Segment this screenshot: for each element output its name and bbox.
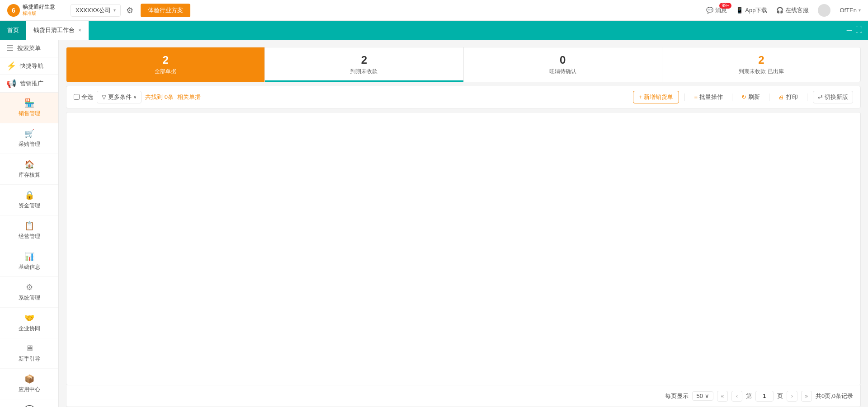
minimize-window-icon[interactable]: ─ xyxy=(847,26,852,34)
chevron-down-icon: ▾ xyxy=(113,8,116,13)
main-layout: ☰ 搜索菜单 ⚡ 快捷导航 📢 营销推广 🏪 销售管理 🛒 采购管理 🏠 库存核… xyxy=(0,40,868,407)
toolbar-left: 全选 ▽ 更多条件 ∨ 共找到 0条 相关单据 xyxy=(74,91,627,103)
inventory-icon: 🏠 xyxy=(24,159,34,169)
basic-icon: 📊 xyxy=(24,252,34,262)
page-first-button[interactable]: « xyxy=(717,391,728,402)
batch-ops-button[interactable]: ≡ 批量操作 xyxy=(690,91,726,103)
sidebar-item-system[interactable]: ⚙ 系统管理 xyxy=(0,277,58,308)
select-all-checkbox[interactable] xyxy=(74,94,80,100)
sidebar-item-finance[interactable]: 🔒 资金管理 xyxy=(0,185,58,215)
sidebar-item-operations[interactable]: 📋 经营管理 xyxy=(0,215,58,246)
message-button[interactable]: 💬 消息 99+ xyxy=(706,6,727,14)
stats-cards: 2 全部单据 2 到期未收款 0 旺辅待确认 2 到期未收款 已出库 xyxy=(66,47,861,82)
stat-pending-confirm[interactable]: 0 旺辅待确认 xyxy=(464,47,662,82)
sidebar-item-sales[interactable]: 🏪 销售管理 xyxy=(0,93,58,123)
message-icon: 💬 xyxy=(706,7,713,14)
search-label: 搜索菜单 xyxy=(17,44,41,52)
app-download-button[interactable]: 📱 App下载 xyxy=(736,6,767,14)
company-selector[interactable]: XXXXXX公司 ▾ xyxy=(71,4,121,17)
refresh-icon: ↻ xyxy=(741,94,746,100)
quicknav-icon: ⚡ xyxy=(6,61,16,71)
stat-overdue-unpaid[interactable]: 2 到期未收款 xyxy=(265,47,463,82)
filter-icon: ▽ xyxy=(102,94,106,100)
pending-confirm-label: 旺辅待确认 xyxy=(473,68,653,75)
purchase-label: 采购管理 xyxy=(19,140,40,148)
appcenter-label: 应用中心 xyxy=(19,386,40,393)
stat-all-orders[interactable]: 2 全部单据 xyxy=(66,47,265,82)
enterprise-label: 企业协同 xyxy=(19,325,40,332)
sidebar-item-basic[interactable]: 📊 基础信息 xyxy=(0,246,58,277)
sidebar-item-marketing[interactable]: 📢 营销推广 xyxy=(0,75,58,93)
per-page-label: 每页显示 xyxy=(665,392,689,400)
wechat-icon: 💬 xyxy=(24,405,34,407)
enterprise-icon: 🤝 xyxy=(24,313,34,323)
purchase-icon: 🛒 xyxy=(24,129,34,139)
sidebar-item-search[interactable]: ☰ 搜索菜单 xyxy=(0,40,58,57)
download-icon: 📱 xyxy=(736,7,743,14)
guide-icon: 🖥 xyxy=(25,344,33,353)
print-button[interactable]: 🖨 打印 xyxy=(775,91,802,103)
more-filter-button[interactable]: ▽ 更多条件 ∨ xyxy=(97,91,142,103)
page-number-input[interactable] xyxy=(755,391,774,402)
sidebar-item-inventory[interactable]: 🏠 库存核算 xyxy=(0,154,58,185)
tab-home[interactable]: 首页 xyxy=(0,21,26,40)
online-service-button[interactable]: 🎧 在线客服 xyxy=(776,6,809,14)
switch-icon: ⇄ xyxy=(818,94,823,100)
divider-2 xyxy=(732,94,732,101)
content-area: 2 全部单据 2 到期未收款 0 旺辅待确认 2 到期未收款 已出库 xyxy=(59,40,868,407)
username-area[interactable]: OfTEn ▾ xyxy=(840,7,861,14)
switch-version-button[interactable]: ⇄ 切换新版 xyxy=(813,91,853,103)
page-next-button[interactable]: › xyxy=(787,391,797,402)
tab-actions: ─ ⛶ xyxy=(841,21,868,40)
finance-label: 资金管理 xyxy=(19,202,40,210)
sidebar-item-enterprise[interactable]: 🤝 企业协同 xyxy=(0,308,58,338)
close-tab-icon[interactable]: × xyxy=(78,27,81,33)
overdue-unpaid-number: 2 xyxy=(274,54,454,67)
username-label: OfTEn xyxy=(840,7,857,14)
toolbar: 全选 ▽ 更多条件 ∨ 共找到 0条 相关单据 + 新增销货单 ≡ 批量操作 xyxy=(66,86,861,108)
per-page-chevron-icon: ∨ xyxy=(705,393,709,399)
avatar[interactable] xyxy=(818,4,830,17)
per-page-select[interactable]: 50 ∨ xyxy=(692,391,713,401)
settings-button[interactable]: ⚙ xyxy=(124,4,135,17)
overdue-not-shipped-label: 到期未收款 已出库 xyxy=(671,68,851,75)
basic-label: 基础信息 xyxy=(19,263,40,271)
nav-tabs: 首页 钱货日清工作台 × ─ ⛶ xyxy=(0,21,868,40)
tab-cash-flow-workbench[interactable]: 钱货日清工作台 × xyxy=(26,21,89,40)
divider-3 xyxy=(769,94,769,101)
stat-overdue-not-shipped[interactable]: 2 到期未收款 已出库 xyxy=(662,47,860,82)
marketing-label: 营销推广 xyxy=(20,80,43,88)
page-prev-button[interactable]: ‹ xyxy=(731,391,742,402)
filter-label: 更多条件 xyxy=(108,93,132,101)
sidebar-item-guide[interactable]: 🖥 新手引导 xyxy=(0,338,58,369)
message-badge: 99+ xyxy=(719,3,731,9)
related-orders-link[interactable]: 相关单据 xyxy=(177,93,201,101)
active-tab-label: 钱货日清工作台 xyxy=(33,26,75,34)
service-icon: 🎧 xyxy=(776,7,783,14)
finance-icon: 🔒 xyxy=(24,190,34,200)
per-page-value: 50 xyxy=(696,393,703,399)
found-text: 共找到 0条 xyxy=(145,93,174,101)
divider-1 xyxy=(684,94,685,101)
toolbar-right: + 新增销货单 ≡ 批量操作 ↻ 刷新 🖨 打印 ⇄ xyxy=(633,91,853,103)
print-icon: 🖨 xyxy=(778,94,784,100)
sidebar-item-purchase[interactable]: 🛒 采购管理 xyxy=(0,123,58,154)
table-area xyxy=(66,112,861,385)
experience-button[interactable]: 体验行业方案 xyxy=(141,4,190,17)
select-all-label[interactable]: 全选 xyxy=(74,93,93,101)
refresh-button[interactable]: ↻ 刷新 xyxy=(738,91,764,103)
system-label: 系统管理 xyxy=(19,294,40,302)
overdue-unpaid-label: 到期未收款 xyxy=(274,68,454,75)
page-last-button[interactable]: » xyxy=(801,391,812,402)
sidebar-item-wechat[interactable]: 💬 企业微信 xyxy=(0,399,58,407)
sidebar-item-quicknav[interactable]: ⚡ 快捷导航 xyxy=(0,57,58,75)
maximize-window-icon[interactable]: ⛶ xyxy=(855,26,863,34)
add-sales-button[interactable]: + 新增销货单 xyxy=(633,91,679,103)
operations-icon: 📋 xyxy=(24,221,34,231)
page-prefix: 第 xyxy=(746,392,752,400)
all-orders-label: 全部单据 xyxy=(75,68,255,75)
guide-label: 新手引导 xyxy=(19,355,40,363)
app-name: 畅捷通好生意 xyxy=(23,4,55,11)
sidebar-item-appcenter[interactable]: 📦 应用中心 xyxy=(0,369,58,399)
all-orders-number: 2 xyxy=(75,54,255,67)
